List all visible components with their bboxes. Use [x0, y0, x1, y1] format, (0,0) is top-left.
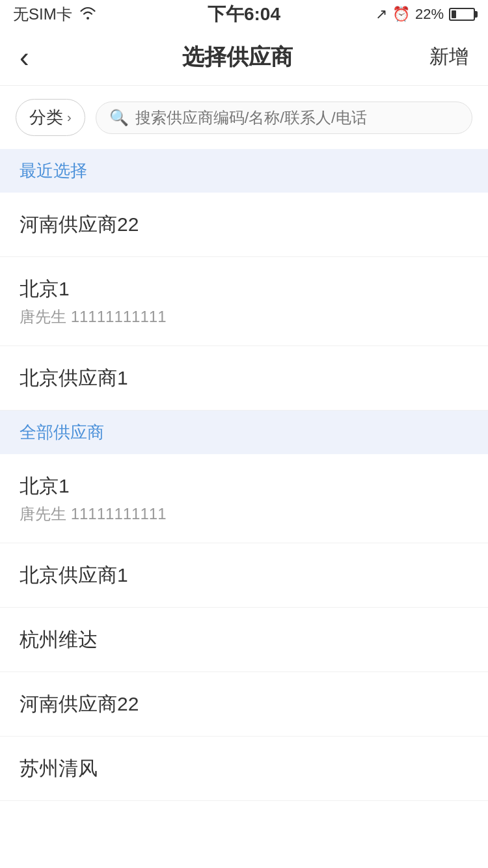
list-item[interactable]: 北京1唐先生 11111111111 [0, 454, 488, 543]
list-item[interactable]: 杭州维达 [0, 608, 488, 672]
list-item[interactable]: 河南供应商22 [0, 672, 488, 737]
battery-fill [452, 10, 456, 18]
filter-bar: 分类 › 🔍 [0, 86, 488, 149]
category-button[interactable]: 分类 › [16, 99, 85, 136]
list-item[interactable]: 北京供应商1 [0, 543, 488, 608]
wifi-icon [79, 5, 97, 23]
category-label: 分类 [29, 106, 63, 129]
item-sub: 唐先生 11111111111 [20, 504, 468, 524]
back-button[interactable]: ‹ [20, 43, 59, 72]
status-carrier: 无SIM卡 [13, 4, 97, 25]
add-button[interactable]: 新增 [416, 44, 468, 70]
location-icon: ↗ [375, 6, 387, 23]
item-name: 杭州维达 [20, 626, 468, 653]
status-indicators: ↗ ⏰ 22% [375, 6, 475, 23]
search-icon: 🔍 [109, 109, 129, 127]
section-header-recent: 最近选择 [0, 149, 488, 193]
item-name: 北京供应商1 [20, 364, 468, 392]
list-item[interactable]: 北京供应商1 [0, 346, 488, 411]
search-input[interactable] [135, 109, 459, 127]
status-bar: 无SIM卡 下午6:04 ↗ ⏰ 22% [0, 0, 488, 29]
list-item[interactable]: 苏州清风 [0, 737, 488, 801]
search-bar[interactable]: 🔍 [96, 102, 472, 134]
list-item[interactable]: 北京1唐先生 11111111111 [0, 257, 488, 346]
alarm-icon: ⏰ [392, 6, 410, 23]
status-time: 下午6:04 [208, 2, 280, 27]
section-header-all: 全部供应商 [0, 411, 488, 454]
item-name: 苏州清风 [20, 755, 468, 782]
carrier-text: 无SIM卡 [13, 4, 72, 25]
sections-container: 最近选择河南供应商22北京1唐先生 11111111111北京供应商1全部供应商… [0, 149, 488, 801]
item-name: 河南供应商22 [20, 690, 468, 718]
item-sub: 唐先生 11111111111 [20, 306, 468, 327]
item-name: 北京供应商1 [20, 562, 468, 589]
page-title: 选择供应商 [182, 42, 293, 72]
battery-icon [449, 8, 475, 21]
item-name: 北京1 [20, 275, 468, 303]
list-item[interactable]: 河南供应商22 [0, 193, 488, 257]
item-name: 北京1 [20, 472, 468, 500]
chevron-right-icon: › [67, 110, 72, 125]
nav-bar: ‹ 选择供应商 新增 [0, 29, 488, 86]
item-name: 河南供应商22 [20, 211, 468, 238]
battery-percent: 22% [415, 6, 444, 23]
